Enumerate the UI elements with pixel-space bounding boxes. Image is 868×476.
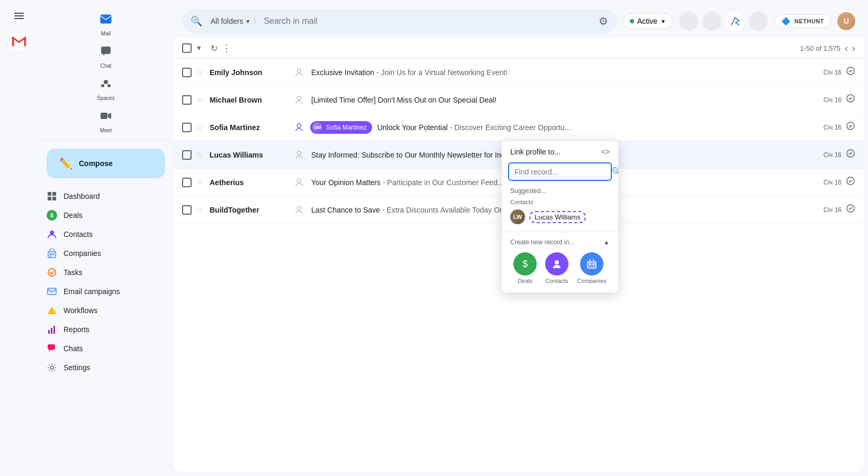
crm-person-icon[interactable]	[294, 205, 307, 215]
popup-code-icon[interactable]: <>	[601, 148, 610, 156]
popup-search-input[interactable]	[514, 168, 607, 176]
folder-dropdown-icon[interactable]: ▼	[245, 19, 250, 24]
create-contacts-button[interactable]: Contacts	[545, 252, 568, 284]
read-icon[interactable]	[846, 176, 855, 188]
email-list: ☆ Emily Johnson Exclusive Invitation - J…	[174, 59, 864, 472]
star-icon[interactable]: ☆	[196, 67, 203, 77]
search-icon[interactable]: 🔍	[191, 15, 202, 27]
create-deals-button[interactable]: $ Deals	[513, 252, 537, 284]
row-checkbox[interactable]	[182, 68, 192, 77]
row-checkbox[interactable]	[182, 205, 192, 215]
crm-person-icon[interactable]	[294, 178, 307, 187]
select-all-checkbox[interactable]	[182, 43, 192, 53]
svg-point-27	[50, 366, 53, 369]
email-row[interactable]: ☆ Emily Johnson Exclusive Invitation - J…	[174, 59, 864, 86]
svg-rect-12	[48, 197, 51, 200]
search-input[interactable]	[264, 16, 594, 26]
popup-contact-item[interactable]: LW Lucas Williams	[502, 206, 618, 227]
top-bar: 🔍 All folders ▼ ⚙ Active ▼ 🔷	[174, 4, 864, 38]
nav-item-chats[interactable]: Chats	[38, 339, 165, 358]
user-avatar[interactable]: U	[837, 12, 855, 30]
compose-button[interactable]: ✏️ Compose	[47, 149, 165, 178]
subject-text: Last Chance to Save	[311, 206, 380, 214]
preview-text: - Participate in Our Customer Feed...	[383, 178, 504, 187]
email-time: Січ 16	[824, 69, 842, 76]
popup-title: Link profile to...	[510, 148, 560, 156]
star-icon[interactable]: ☆	[196, 150, 203, 160]
refresh-icon[interactable]: ↻	[211, 43, 218, 53]
email-row-lucas[interactable]: ☆ Lucas Williams Stay Informed: Subscrib…	[174, 141, 864, 169]
svg-rect-16	[50, 253, 51, 255]
folder-select[interactable]: All folders ▼	[206, 17, 255, 25]
svg-rect-25	[53, 326, 55, 334]
nav-spaces-icon-area[interactable]: Spaces	[38, 71, 174, 103]
sender-name: Michael Brown	[210, 96, 294, 104]
svg-text:⚡: ⚡	[51, 309, 57, 315]
hamburger-menu[interactable]	[8, 5, 30, 26]
create-companies-button[interactable]: Companies	[577, 252, 607, 284]
next-page-icon[interactable]: ›	[852, 43, 855, 54]
create-deals-label: Deals	[518, 278, 532, 284]
nav-item-companies[interactable]: Companies	[38, 244, 165, 263]
read-icon[interactable]	[846, 66, 855, 78]
row-checkbox[interactable]	[182, 123, 192, 132]
read-icon[interactable]	[846, 94, 855, 106]
row-checkbox[interactable]	[182, 150, 192, 160]
create-companies-label: Companies	[577, 278, 607, 284]
nav-chat-icon-area[interactable]: Chat	[38, 39, 174, 71]
nav-item-contacts[interactable]: Contacts	[38, 225, 165, 244]
star-icon[interactable]: ☆	[196, 177, 203, 187]
read-icon[interactable]	[846, 121, 855, 133]
nav-item-reports[interactable]: Reports	[38, 320, 165, 339]
email-time: Січ 16	[824, 206, 842, 214]
pagination-label: 1-50 of 1,575	[800, 44, 840, 52]
filter-icon[interactable]: ⚙	[599, 15, 608, 28]
subject-preview: [Limited Time Offer] Don't Miss Out on O…	[311, 96, 817, 104]
gmail-logo[interactable]	[11, 33, 28, 50]
popup-contacts-label: Contacts	[502, 197, 618, 206]
email-row[interactable]: ☆ Sofia Martinez SM Sofia Martinez Unloc…	[174, 114, 864, 141]
nav-item-settings[interactable]: Settings	[38, 358, 165, 377]
star-icon[interactable]: ☆	[196, 205, 203, 215]
icon-btn-3[interactable]	[749, 12, 768, 31]
read-icon[interactable]	[846, 149, 855, 161]
email-row[interactable]: ☆ Michael Brown [Limited Time Offer] Don…	[174, 86, 864, 114]
select-dropdown-arrow[interactable]: ▼	[196, 44, 202, 52]
contact-badge[interactable]: SM Sofia Martinez	[310, 121, 372, 134]
more-options-icon[interactable]: ⋮	[222, 42, 231, 54]
compose-icon: ✏️	[59, 157, 73, 170]
crm-person-icon[interactable]	[294, 68, 307, 77]
star-icon[interactable]: ☆	[196, 95, 203, 105]
svg-point-8	[107, 84, 111, 87]
popup-search-icon[interactable]: 🔍	[611, 167, 618, 177]
settings-label: Settings	[64, 363, 91, 372]
crm-link-icon[interactable]	[294, 123, 307, 132]
read-icon[interactable]	[846, 204, 855, 216]
companies-label: Companies	[64, 249, 101, 258]
row-checkbox[interactable]	[182, 178, 192, 187]
nav-item-dashboard[interactable]: Dashboard	[38, 187, 165, 206]
prev-page-icon[interactable]: ‹	[845, 43, 848, 54]
status-dropdown-icon: ▼	[661, 19, 666, 24]
icon-btn-2[interactable]	[702, 12, 721, 31]
status-badge[interactable]: Active ▼	[623, 13, 673, 29]
crm-person-icon[interactable]	[294, 150, 307, 160]
nav-meet-icon-area[interactable]: Meet	[38, 103, 174, 135]
email-time: Січ 16	[824, 179, 842, 186]
nav-item-deals[interactable]: $ Deals	[38, 206, 165, 225]
nav-mail-icon[interactable]	[95, 8, 116, 30]
row-checkbox[interactable]	[182, 95, 192, 105]
nethunt-bird-icon[interactable]	[726, 12, 745, 31]
star-icon[interactable]: ☆	[196, 122, 203, 132]
nav-item-workflows[interactable]: ⚡ Workflows	[38, 301, 165, 320]
nethunt-brand[interactable]: 🔷 NETHUNT	[774, 14, 831, 28]
icon-sidebar	[0, 0, 38, 476]
popup-collapse-icon[interactable]: ▲	[603, 239, 610, 246]
nav-item-tasks[interactable]: Tasks	[38, 263, 165, 282]
popup-divider	[502, 232, 618, 232]
popup-contact-name: Lucas Williams	[529, 211, 586, 223]
crm-person-icon[interactable]	[294, 95, 307, 105]
nav-item-email-campaigns[interactable]: Email campaigns	[38, 282, 165, 301]
svg-rect-36	[593, 263, 594, 265]
icon-btn-1[interactable]	[679, 12, 698, 31]
